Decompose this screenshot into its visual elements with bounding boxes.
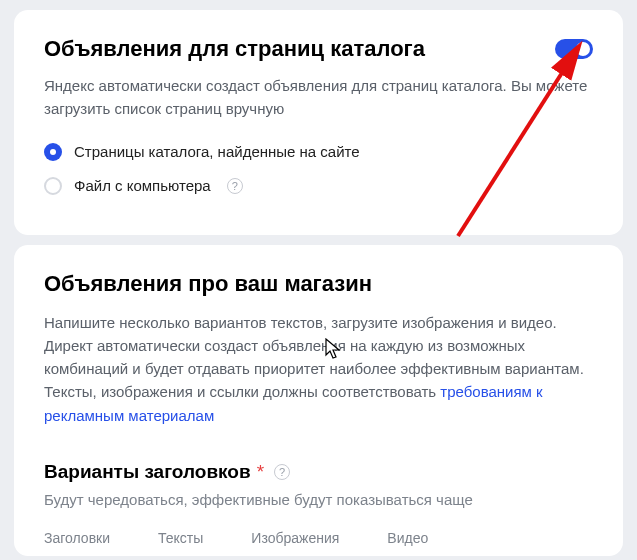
toggle-knob — [576, 42, 590, 56]
variants-subtext: Будут чередоваться, эффективные будут по… — [44, 491, 593, 508]
tab-images[interactable]: Изображения — [251, 530, 339, 546]
store-ads-title: Объявления про ваш магазин — [44, 271, 593, 297]
catalog-ads-desc: Яндекс автоматически создаст объявления … — [44, 74, 593, 121]
radio-label: Страницы каталога, найденные на сайте — [74, 143, 360, 160]
catalog-ads-toggle[interactable] — [555, 39, 593, 59]
help-icon[interactable]: ? — [227, 178, 243, 194]
catalog-ads-title: Объявления для страниц каталога — [44, 36, 425, 62]
tab-texts[interactable]: Тексты — [158, 530, 203, 546]
radio-selected-icon — [44, 143, 62, 161]
store-ads-desc: Напишите несколько вариантов текстов, за… — [44, 311, 593, 427]
radio-label: Файл с компьютера — [74, 177, 211, 194]
tabs-row: Заголовки Тексты Изображения Видео — [44, 530, 593, 546]
card-header: Объявления для страниц каталога — [44, 36, 593, 62]
catalog-ads-card: Объявления для страниц каталога Яндекс а… — [14, 10, 623, 235]
required-asterisk: * — [257, 461, 264, 483]
tab-video[interactable]: Видео — [387, 530, 428, 546]
radio-option-file[interactable]: Файл с компьютера ? — [44, 177, 593, 195]
radio-unselected-icon — [44, 177, 62, 195]
catalog-source-radio-group: Страницы каталога, найденные на сайте Фа… — [44, 143, 593, 195]
variants-title: Варианты заголовков — [44, 461, 251, 483]
tab-headlines[interactable]: Заголовки — [44, 530, 110, 546]
radio-option-site-pages[interactable]: Страницы каталога, найденные на сайте — [44, 143, 593, 161]
variants-heading-row: Варианты заголовков * ? — [44, 461, 593, 483]
help-icon[interactable]: ? — [274, 464, 290, 480]
store-ads-card: Объявления про ваш магазин Напишите неск… — [14, 245, 623, 556]
